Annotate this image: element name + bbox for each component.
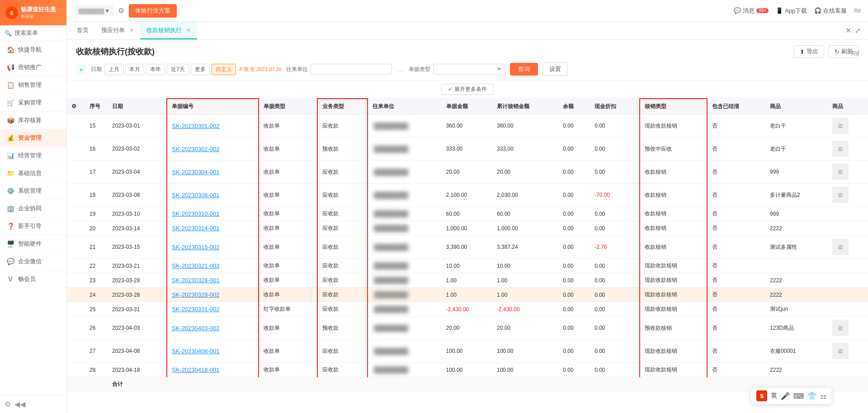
tab-close-btn[interactable]: ✕ xyxy=(845,26,851,35)
custom-date-btn[interactable]: 自定义 xyxy=(212,64,236,75)
tab-prepay[interactable]: 预应付单 ✕ xyxy=(95,22,140,39)
table-container[interactable]: ⚙ 序号 日期 单据编号 单据类型 业务类型 往来单位 单据金额 累计核销金额 … xyxy=(67,98,868,413)
topbar-dropdown[interactable]: ▓▓▓▓▓▓▓ ▾ xyxy=(74,5,113,16)
doc-no-link[interactable]: SK-20230321-003 xyxy=(172,262,220,269)
row-settings-cell[interactable] xyxy=(67,302,85,317)
grid-icon[interactable]: ⚏ xyxy=(820,392,826,400)
last-7days-btn[interactable]: 近7天 xyxy=(167,64,189,75)
row-writeoff-type: 收款核销 xyxy=(640,207,707,221)
doc-no-link[interactable]: SK-20230308-001 xyxy=(172,192,220,199)
row-date: 2023-03-28 xyxy=(108,288,167,302)
sidebar-item-hardware[interactable]: 🖥️ 智能硬件 xyxy=(0,235,66,253)
tab-close-prepay[interactable]: ✕ xyxy=(129,27,134,33)
doc-no-link[interactable]: SK-20230304-001 xyxy=(172,169,220,176)
row-settings-cell[interactable] xyxy=(67,259,85,273)
col-include-settled: 包含已结清 xyxy=(707,99,765,114)
col-product-img: 商品 xyxy=(828,99,868,114)
sidebar-item-basic[interactable]: 📁 基础信息 xyxy=(0,165,66,182)
gear-icon[interactable]: ⚙ xyxy=(118,6,124,15)
this-year-btn[interactable]: 本年 xyxy=(146,64,165,75)
table-footer-row: 合计 xyxy=(67,377,868,392)
tab-expand-btn[interactable]: ⤢ xyxy=(855,26,861,35)
row-settings-cell[interactable] xyxy=(67,273,85,288)
doc-no-link[interactable]: SK-20230408-001 xyxy=(172,348,220,355)
row-settings-cell[interactable] xyxy=(67,138,85,161)
sidebar-item-member[interactable]: V 畅会员 xyxy=(0,271,66,288)
row-settings-cell[interactable] xyxy=(67,184,85,207)
sidebar-item-guide[interactable]: ❓ 新手引导 xyxy=(0,218,66,235)
search-menu[interactable]: 🔍 搜索菜单 xyxy=(0,25,66,41)
collapse-icon[interactable]: ◀◀ xyxy=(14,400,25,408)
row-settings-cell[interactable] xyxy=(67,317,85,340)
row-product: 老白干 xyxy=(765,114,828,138)
partner-input[interactable] xyxy=(311,64,392,75)
export-button[interactable]: ⬆ 导出 xyxy=(794,45,824,58)
doc-no-link[interactable]: SK-20230403-002 xyxy=(172,325,220,332)
row-biz-type: 应收款 xyxy=(317,207,368,221)
doc-no-link[interactable]: SK-20230328-001 xyxy=(172,277,220,284)
row-biz-type: 应收款 xyxy=(317,259,368,273)
widget-text-label: 英 xyxy=(771,392,777,400)
row-balance: 0.00 xyxy=(558,259,590,273)
expand-conditions-button[interactable]: ✓ 展开更多条件 xyxy=(441,84,493,95)
row-total-writeoff: 100.00 xyxy=(492,340,558,363)
last-month-btn[interactable]: 上月 xyxy=(104,64,123,75)
row-no: 16 xyxy=(85,138,108,161)
sidebar-item-sales[interactable]: 📋 销售管理 xyxy=(0,76,66,94)
row-settings-cell[interactable] xyxy=(67,363,85,377)
tab-close-collection[interactable]: ✕ xyxy=(186,27,191,33)
notification-item[interactable]: 💬 消息 99+ xyxy=(734,7,769,15)
row-partner: ████████ xyxy=(368,363,441,377)
service-item[interactable]: 🎧 在线客服 xyxy=(814,7,847,15)
doctype-select[interactable] xyxy=(433,64,505,75)
table-row: 16 2023-03-02 SK-20230302-002 收款单 预收款 ██… xyxy=(67,138,868,161)
doc-no-link[interactable]: SK-20230418-001 xyxy=(172,366,220,373)
sidebar-item-operation[interactable]: 📊 经营管理 xyxy=(0,147,66,165)
app-download-item[interactable]: 📱 App下载 xyxy=(776,7,807,15)
this-month-btn[interactable]: 本月 xyxy=(125,64,144,75)
sidebar-item-finance[interactable]: 💰 资金管理 xyxy=(0,129,66,147)
doc-no-link[interactable]: SK-20230310-001 xyxy=(172,210,220,217)
query-button[interactable]: 查询 xyxy=(510,63,538,76)
marketing-icon: 📢 xyxy=(6,63,14,71)
shirt-icon[interactable]: 👕 xyxy=(807,392,816,400)
row-settings-cell[interactable] xyxy=(67,340,85,363)
doc-no-link[interactable]: SK-20230331-002 xyxy=(172,306,220,313)
keyboard-icon[interactable]: ⌨ xyxy=(793,392,804,400)
doctype-filter-group: 单据类型 xyxy=(409,64,505,75)
tab-collection[interactable]: 收款核销执行 ✕ xyxy=(140,22,197,39)
row-settings-cell[interactable] xyxy=(67,207,85,221)
row-no: 27 xyxy=(85,340,108,363)
filter-toggle-button[interactable]: » xyxy=(76,64,86,75)
row-settings-cell[interactable] xyxy=(67,288,85,302)
solution-button[interactable]: 体验行业方案 xyxy=(129,4,177,18)
row-settings-cell[interactable] xyxy=(67,236,85,259)
sidebar-item-inventory[interactable]: 📦 库存核算 xyxy=(0,112,66,129)
row-doc-type: 收款单 xyxy=(259,363,317,377)
doc-no-link[interactable]: SK-20230314-001 xyxy=(172,225,220,232)
doc-no-link[interactable]: SK-20230301-002 xyxy=(172,123,220,129)
row-product-img xyxy=(828,221,868,236)
sidebar-item-purchase[interactable]: 🛒 采购管理 xyxy=(0,94,66,112)
doc-no-link[interactable]: SK-20230302-002 xyxy=(172,146,220,152)
doc-no-link[interactable]: SK-20230328-002 xyxy=(172,291,220,298)
settings-bottom-icon[interactable]: ⚙ xyxy=(5,400,11,408)
col-partner: 往来单位 xyxy=(368,99,441,114)
doc-no-link[interactable]: SK-20230315-002 xyxy=(172,244,220,251)
sidebar-item-enterprise[interactable]: 🏢 企业协同 xyxy=(0,200,66,218)
sidebar-item-system[interactable]: ⚙️ 系统管理 xyxy=(0,182,66,200)
row-settings-cell[interactable] xyxy=(67,221,85,236)
row-product-img xyxy=(828,259,868,273)
mic-icon[interactable]: 🎤 xyxy=(781,392,790,400)
row-partner: ████████ xyxy=(368,259,441,273)
sidebar-item-wechat[interactable]: 💬 企业微信 xyxy=(0,253,66,271)
guide-icon: ❓ xyxy=(6,222,14,230)
tab-home[interactable]: 首页 xyxy=(71,22,95,39)
sidebar-item-marketing[interactable]: 📢 营销推广 xyxy=(0,59,66,76)
row-settings-cell[interactable] xyxy=(67,161,85,184)
col-settings[interactable]: ⚙ xyxy=(67,99,85,114)
row-settings-cell[interactable] xyxy=(67,114,85,138)
more-date-btn[interactable]: 更多 xyxy=(191,64,210,75)
sidebar-item-quick-nav[interactable]: 🏠 快捷导航 xyxy=(0,41,66,59)
settings-button[interactable]: 设置 xyxy=(542,62,568,76)
